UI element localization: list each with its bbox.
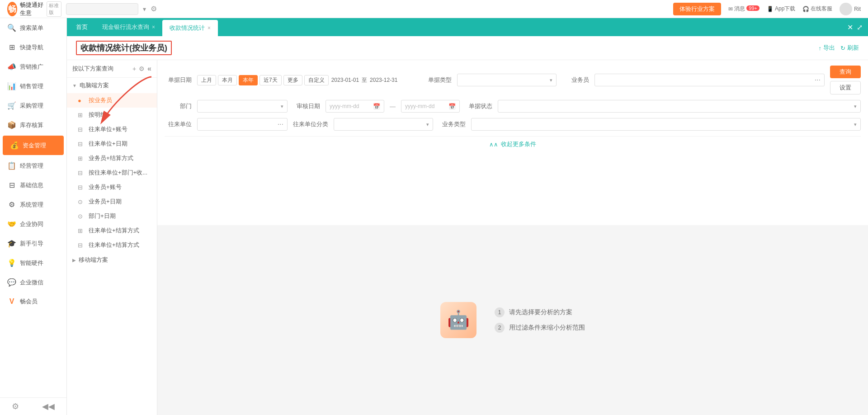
sidebar-item-search-menu[interactable]: 🔍 搜索菜单 xyxy=(0,18,66,38)
filter-panel: 单据日期 上月 本月 本年 近7天 更多 自定义 2023- xyxy=(157,60,868,225)
scheme-item-counterpart-settlement1[interactable]: ⊞ 往来单位+结算方式 xyxy=(67,223,157,238)
tab-collection-stats[interactable]: 收款情况统计 × xyxy=(162,20,218,36)
schemes-header-label: 按以下方案查询 xyxy=(72,65,113,73)
user-name: Rit xyxy=(854,6,861,12)
bottom-collapse-icon[interactable]: ◀◀ xyxy=(42,401,55,411)
query-button[interactable]: 查询 xyxy=(830,66,861,78)
message-icon: ✉ xyxy=(728,6,733,12)
bottom-settings-icon[interactable]: ⚙ xyxy=(12,401,19,411)
shortcut-this-year[interactable]: 本年 xyxy=(239,75,258,85)
shortcut-last-month[interactable]: 上月 xyxy=(197,75,216,85)
trial-btn[interactable]: 体验行业方案 xyxy=(673,3,721,15)
sidebar-item-purchase[interactable]: 🛒 采购管理 xyxy=(0,96,66,115)
export-label: 导出 xyxy=(823,44,835,52)
shortcut-more[interactable]: 更多 xyxy=(283,75,302,85)
shortcut-last-7-days[interactable]: 近7天 xyxy=(259,75,282,85)
scheme-item-salesperson-account[interactable]: ⊟ 业务员+账号 xyxy=(67,180,157,194)
app-download-section[interactable]: 📱 App下载 xyxy=(767,5,795,13)
empty-state: 🤖 1 请先选择要分析的方案 2 用过滤条件来缩小分析范围 xyxy=(157,225,868,415)
sidebar-item-quick-nav[interactable]: ⊞ 快捷导航 xyxy=(0,38,66,57)
user-section[interactable]: Rit xyxy=(840,3,861,15)
scheme-icon-ss: ⊞ xyxy=(78,155,85,162)
scheme-item-counterpart-account[interactable]: ⊟ 往来单位+账号 xyxy=(67,122,157,137)
scheme-item-salesperson-date[interactable]: ⊙ 业务员+日期 xyxy=(67,194,157,209)
purchase-icon: 🛒 xyxy=(7,101,16,110)
sidebar-item-operations[interactable]: 📋 经营管理 xyxy=(0,156,66,175)
avatar xyxy=(840,3,852,15)
doc-type-label: 单据类型 xyxy=(425,76,452,84)
settings-icon[interactable]: ⚙ xyxy=(151,5,157,13)
doc-type-select[interactable]: ▾ xyxy=(457,74,557,86)
scheme-item-by-detail[interactable]: ⊞ 按明细 xyxy=(67,108,157,122)
tab-expand-icon[interactable]: ⤢ xyxy=(857,23,863,32)
sidebar-bottom: ⚙ ◀◀ xyxy=(0,397,66,415)
scheme-label-counterpart-settlement2: 往来单位+结算方式 xyxy=(89,241,139,249)
sidebar-item-system-mgmt[interactable]: ⚙ 系统管理 xyxy=(0,195,66,214)
sidebar-label-operations: 经营管理 xyxy=(20,162,43,170)
sidebar-item-inventory[interactable]: 📦 库存核算 xyxy=(0,115,66,135)
schemes-settings-icon[interactable]: ⚙ xyxy=(139,65,145,72)
scheme-label-dept-date: 部门+日期 xyxy=(89,212,116,220)
tab-bank-flow-close[interactable]: × xyxy=(152,24,155,30)
basic-info-icon: ⊟ xyxy=(7,181,16,189)
review-date-end[interactable]: yyyy-mm-dd 📅 xyxy=(401,100,460,113)
sidebar-item-member[interactable]: V 畅会员 xyxy=(0,292,66,311)
scheme-label-salesperson-date: 业务员+日期 xyxy=(89,198,122,206)
sidebar-item-enterprise-wechat[interactable]: 💬 企业微信 xyxy=(0,273,66,292)
counterpart-more[interactable]: ··· xyxy=(278,120,283,128)
scheme-group-desktop-title[interactable]: ▼ 电脑端方案 xyxy=(67,78,157,93)
main-layout: 🔍 搜索菜单 ⊞ 快捷导航 📣 营销推广 📊 销售管理 🛒 采购管理 📦 库存核… xyxy=(0,18,868,415)
scheme-item-by-salesperson[interactable]: ● 按业务员 xyxy=(67,93,157,108)
tab-close-all-icon[interactable]: ✕ xyxy=(847,23,853,32)
sidebar-label-enterprise: 企业协同 xyxy=(20,220,43,228)
counterpart-select[interactable]: ··· xyxy=(197,118,288,131)
tab-collection-stats-close[interactable]: × xyxy=(208,25,211,31)
doc-status-select[interactable]: ▾ xyxy=(498,100,861,113)
online-service-section[interactable]: 🎧 在线客服 xyxy=(802,5,832,13)
shortcut-this-month[interactable]: 本月 xyxy=(218,75,237,85)
export-btn[interactable]: ↑ 导出 xyxy=(819,44,835,52)
tab-bank-flow[interactable]: 现金银行流水查询 × xyxy=(95,18,162,36)
salesperson-more[interactable]: ··· xyxy=(815,76,821,84)
sidebar-item-enterprise[interactable]: 🤝 企业协同 xyxy=(0,214,66,234)
sidebar-item-sales[interactable]: 📊 销售管理 xyxy=(0,76,66,96)
scheme-item-dept-date[interactable]: ⊙ 部门+日期 xyxy=(67,209,157,223)
settings-button[interactable]: 设置 xyxy=(830,81,861,94)
scheme-item-counterpart-date[interactable]: ⊟ 往来单位+日期 xyxy=(67,137,157,151)
sidebar-item-capital[interactable]: 💰 资金管理 xyxy=(3,136,64,155)
scheme-item-counterpart-settlement2[interactable]: ⊟ 往来单位+结算方式 xyxy=(67,238,157,252)
collapse-icon: ∧∧ xyxy=(489,141,498,148)
scheme-item-salesperson-settlement[interactable]: ⊞ 业务员+结算方式 xyxy=(67,151,157,165)
sidebar-item-basic-info[interactable]: ⊟ 基础信息 xyxy=(0,175,66,195)
tab-home[interactable]: 首页 xyxy=(69,18,95,36)
counterpart-category-select[interactable]: ▾ xyxy=(334,118,433,131)
doc-status-chevron: ▾ xyxy=(854,104,857,109)
download-icon: 📱 xyxy=(767,6,774,12)
sidebar-item-smart-hardware[interactable]: 💡 智能硬件 xyxy=(0,253,66,273)
dept-select[interactable]: ▾ xyxy=(197,100,288,113)
dropdown-icon[interactable]: ▾ xyxy=(143,5,146,13)
sidebar-item-marketing[interactable]: 📣 营销推广 xyxy=(0,57,66,76)
salesperson-select[interactable]: ··· xyxy=(594,74,825,86)
scheme-item-counterpart-dept-collection[interactable]: ⊟ 按往来单位+部门+收... xyxy=(67,165,157,180)
date-range-end: 2023-12-31 xyxy=(370,77,397,83)
scheme-label-salesperson-settlement: 业务员+结算方式 xyxy=(89,154,133,162)
collapse-bar[interactable]: ∧∧ 收起更多条件 xyxy=(165,136,861,152)
search-bar-placeholder[interactable] xyxy=(66,3,138,15)
business-type-select[interactable]: ▾ xyxy=(471,118,861,131)
schemes-collapse-icon[interactable]: « xyxy=(147,65,151,73)
review-date-start[interactable]: yyyy-mm-dd 📅 xyxy=(326,100,384,113)
schemes-add-icon[interactable]: + xyxy=(132,65,136,72)
scheme-group-mobile-title[interactable]: ▶ 移动端方案 xyxy=(67,252,157,268)
sidebar-item-newbie[interactable]: 🎓 新手引导 xyxy=(0,234,66,253)
messages-section[interactable]: ✉ 消息 99+ xyxy=(728,5,760,13)
enterprise-wechat-icon: 💬 xyxy=(7,278,16,287)
content-bottom: 单据日期 上月 本月 本年 近7天 更多 自定义 2023- xyxy=(157,60,868,415)
shortcut-custom[interactable]: 自定义 xyxy=(304,75,329,85)
sidebar-label-member: 畅会员 xyxy=(20,297,38,306)
filter-buttons: 查询 设置 xyxy=(830,66,861,94)
doc-type-chevron: ▾ xyxy=(550,77,552,83)
scheme-group-mobile: ▶ 移动端方案 xyxy=(67,252,157,268)
refresh-btn[interactable]: ↻ 刷新 xyxy=(840,44,859,52)
messages-label: 消息 xyxy=(734,5,745,13)
